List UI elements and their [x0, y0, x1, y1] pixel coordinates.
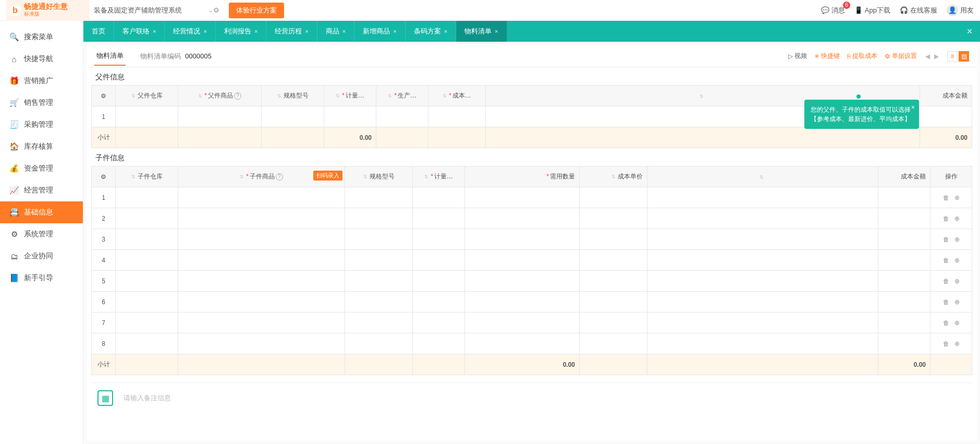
tab-6[interactable]: 新增商品× [354, 21, 405, 42]
doc-settings-link[interactable]: ⚙单据设置 [885, 52, 917, 61]
add-icon[interactable]: ⊕ [954, 319, 960, 327]
view-list-button[interactable]: ≡ [947, 51, 958, 62]
delete-icon[interactable]: 🗑 [943, 298, 949, 306]
add-icon[interactable]: ⊕ [954, 340, 960, 347]
sidebar-item-3[interactable]: 🛒销售管理 [0, 92, 83, 114]
system-dropdown[interactable]: 装备及固定资产辅助管理系统 ⌄ [94, 6, 213, 15]
child-col-gear[interactable]: ⚙ [92, 166, 116, 187]
experience-plan-button[interactable]: 体验行业方案 [229, 3, 284, 18]
add-icon[interactable]: ⊕ [954, 257, 960, 264]
delete-icon[interactable]: 🗑 [943, 340, 949, 347]
tab-3[interactable]: 利润报告× [216, 21, 266, 42]
child-col-blank[interactable]: ⇅ [647, 166, 878, 187]
pager-prev[interactable]: ◀ [924, 53, 931, 60]
parent-col-prod[interactable]: ⇅*生产… [376, 86, 428, 106]
delete-icon[interactable]: 🗑 [943, 236, 949, 243]
close-icon[interactable]: × [393, 28, 396, 34]
tab-4[interactable]: 经营历程× [266, 21, 317, 42]
tab-5[interactable]: 商品× [317, 21, 354, 42]
child-row[interactable]: 6🗑⊕ [92, 292, 972, 313]
add-icon[interactable]: ⊕ [954, 298, 960, 306]
pager-next[interactable]: ▶ [933, 53, 940, 60]
shortcut-link[interactable]: ✳快捷键 [814, 52, 840, 61]
child-table: ⚙ ⇅子件仓库 ⇅*子件商品?扫码录入 ⇅规格型号 ⇅*计量… *需用数量 ⇅成… [91, 166, 972, 375]
messages-button[interactable]: 💬 消息 6 [821, 6, 845, 15]
delete-icon[interactable]: 🗑 [943, 257, 949, 264]
child-row[interactable]: 2🗑⊕ [92, 208, 972, 229]
delete-icon[interactable]: 🗑 [943, 194, 949, 201]
sidebar-item-4[interactable]: 🧾采购管理 [0, 114, 83, 136]
sidebar-item-11[interactable]: 📘新手引导 [0, 267, 83, 289]
close-icon[interactable]: × [495, 28, 498, 34]
child-col-product[interactable]: ⇅*子件商品?扫码录入 [178, 166, 345, 187]
extract-cost-link[interactable]: ⎘提取成本 [847, 52, 877, 61]
sidebar-item-2[interactable]: 🎁营销推广 [0, 70, 83, 92]
parent-col-spec[interactable]: ⇅规格型号 [262, 86, 324, 106]
child-row[interactable]: 4🗑⊕ [92, 250, 972, 271]
delete-icon[interactable]: 🗑 [943, 278, 949, 285]
sidebar-item-8[interactable]: 📇基础信息 [0, 201, 83, 223]
parent-col-unit[interactable]: ⇅*计量… [324, 86, 376, 106]
delete-icon[interactable]: 🗑 [943, 215, 949, 222]
help-icon[interactable]: ? [234, 92, 241, 100]
sidebar-item-6[interactable]: 💰资金管理 [0, 158, 83, 179]
child-section-title: 子件信息 [87, 148, 976, 166]
parent-col-warehouse[interactable]: ⇅父件仓库 [116, 86, 178, 106]
child-row[interactable]: 5🗑⊕ [92, 271, 972, 292]
sidebar-item-9[interactable]: ⚙系统管理 [0, 223, 83, 245]
child-row[interactable]: 7🗑⊕ [92, 313, 972, 333]
sidebar-icon: 📇 [9, 208, 19, 217]
add-icon[interactable]: ⊕ [954, 215, 960, 222]
app-download-button[interactable]: 📱 App下载 [854, 6, 890, 15]
sidebar-item-5[interactable]: 🏠库存核算 [0, 136, 83, 158]
add-icon[interactable]: ⊕ [954, 278, 960, 285]
close-icon[interactable]: × [254, 28, 258, 34]
support-button[interactable]: 🎧 在线客服 [900, 6, 937, 15]
user-menu[interactable]: 👤 用友 [947, 5, 974, 16]
tab-0[interactable]: 首页 [83, 21, 114, 42]
tab-1[interactable]: 客户联络× [114, 21, 165, 42]
close-icon[interactable]: × [342, 28, 346, 34]
close-all-tabs-button[interactable]: × [959, 26, 980, 37]
delete-icon[interactable]: 🗑 [943, 319, 949, 327]
parent-col-cost[interactable]: ⇅*成本… [428, 86, 486, 106]
close-icon[interactable]: × [153, 28, 156, 34]
close-icon[interactable]: × [444, 28, 447, 34]
child-row[interactable]: 8🗑⊕ [92, 333, 972, 354]
video-link[interactable]: ▷视频 [788, 52, 807, 61]
record-pager: ◀ ▶ [924, 53, 940, 60]
sidebar-item-0[interactable]: 🔍搜索菜单 [0, 26, 83, 48]
tab-label: 首页 [92, 27, 105, 36]
tab-7[interactable]: 条码方案× [406, 21, 456, 42]
sidebar-item-10[interactable]: 🗂企业协同 [0, 245, 83, 267]
add-icon[interactable]: ⊕ [954, 194, 960, 201]
child-col-qty[interactable]: *需用数量 [465, 166, 580, 187]
tooltip-close-icon[interactable]: × [911, 103, 915, 112]
child-col-spec[interactable]: ⇅规格型号 [345, 166, 413, 187]
system-settings-icon[interactable]: ⚙ [213, 6, 219, 14]
close-icon[interactable]: × [305, 28, 308, 34]
tab-label: 经营历程 [275, 27, 302, 36]
parent-col-cost-amount[interactable]: 成本金额 [920, 86, 972, 106]
sidebar-item-1[interactable]: ⌂快捷导航 [0, 48, 83, 70]
child-col-unit-cost[interactable]: ⇅成本单价 [580, 166, 647, 187]
child-row[interactable]: 3🗑⊕ [92, 229, 972, 250]
phone-icon: 📱 [854, 6, 863, 14]
tab-8[interactable]: 物料清单× [456, 21, 507, 42]
calendar-icon[interactable]: ▦ [97, 390, 113, 406]
sub-tab-bom[interactable]: 物料清单 [94, 47, 126, 66]
sidebar-item-7[interactable]: 📈经营管理 [0, 179, 83, 201]
child-col-unit[interactable]: ⇅*计量… [413, 166, 465, 187]
remark-placeholder[interactable]: 请输入备注信息 [124, 393, 171, 403]
child-col-warehouse[interactable]: ⇅子件仓库 [116, 166, 178, 187]
child-row[interactable]: 1🗑⊕ [92, 187, 972, 208]
add-icon[interactable]: ⊕ [954, 236, 960, 243]
view-card-button[interactable]: ▤ [959, 51, 969, 62]
parent-col-product[interactable]: ⇅*父件商品? [178, 86, 262, 106]
parent-col-gear[interactable]: ⚙ [92, 86, 116, 106]
scan-input-badge[interactable]: 扫码录入 [313, 171, 342, 181]
close-icon[interactable]: × [203, 28, 206, 34]
tab-2[interactable]: 经营情况× [165, 21, 215, 42]
child-col-cost-amount[interactable]: 成本金额 [878, 166, 930, 187]
help-icon[interactable]: ? [276, 173, 283, 181]
